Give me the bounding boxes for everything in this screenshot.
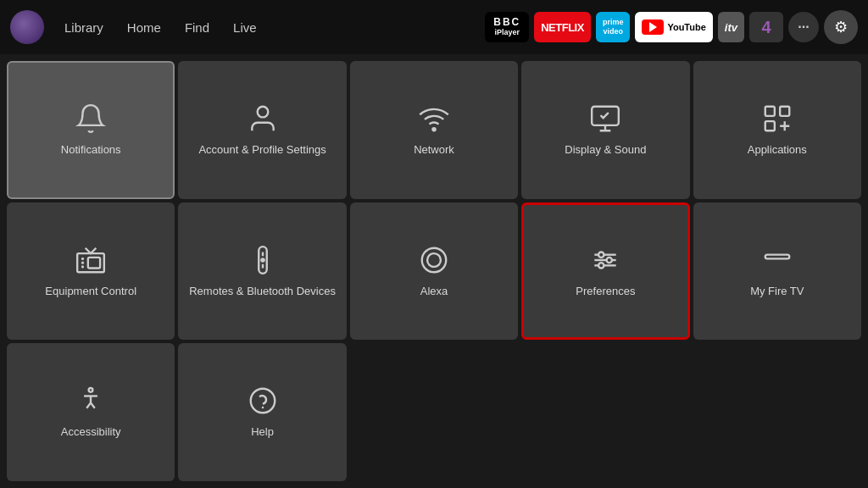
person-icon bbox=[247, 103, 279, 135]
empty-cell-r3c5 bbox=[693, 343, 861, 481]
svg-point-13 bbox=[261, 258, 264, 261]
my-fire-tv-label: My Fire TV bbox=[745, 285, 809, 299]
apps-icon bbox=[761, 103, 793, 135]
remote-icon bbox=[247, 244, 279, 276]
applications-label: Applications bbox=[743, 143, 812, 158]
svg-point-0 bbox=[257, 107, 268, 118]
svg-rect-5 bbox=[765, 121, 775, 130]
help-label: Help bbox=[246, 425, 279, 440]
svg-rect-4 bbox=[780, 107, 789, 116]
alexa-icon bbox=[418, 244, 450, 276]
help-icon bbox=[247, 385, 279, 417]
grid-item-preferences[interactable]: Preferences bbox=[521, 202, 689, 341]
grid-item-equipment-control[interactable]: Equipment Control bbox=[7, 202, 175, 341]
wifi-icon bbox=[418, 103, 450, 135]
svg-point-1 bbox=[432, 128, 435, 130]
display-icon bbox=[589, 103, 621, 135]
grid-item-remotes-bluetooth[interactable]: Remotes & Bluetooth Devices bbox=[178, 202, 346, 341]
nav-home[interactable]: Home bbox=[117, 15, 171, 40]
sliders-icon bbox=[589, 244, 621, 276]
app-itv[interactable]: itv bbox=[718, 12, 744, 42]
nav-live[interactable]: Live bbox=[223, 15, 267, 40]
remotes-bluetooth-label: Remotes & Bluetooth Devices bbox=[184, 285, 341, 299]
svg-point-22 bbox=[598, 263, 604, 268]
youtube-icon bbox=[642, 19, 664, 35]
equipment-control-label: Equipment Control bbox=[40, 285, 142, 299]
display-sound-label: Display & Sound bbox=[559, 143, 651, 158]
svg-point-21 bbox=[607, 257, 612, 262]
empty-cell-r3c4 bbox=[521, 343, 689, 481]
settings-button[interactable]: ⚙ bbox=[824, 10, 858, 44]
avatar[interactable] bbox=[10, 10, 44, 44]
accessibility-icon bbox=[75, 385, 107, 417]
account-profile-label: Account & Profile Settings bbox=[193, 143, 331, 158]
svg-rect-10 bbox=[88, 257, 100, 268]
app-netflix[interactable]: NETFLIX bbox=[534, 12, 591, 42]
grid-item-account-profile[interactable]: Account & Profile Settings bbox=[178, 61, 346, 199]
grid-item-network[interactable]: Network bbox=[350, 61, 518, 199]
grid-item-display-sound[interactable]: Display & Sound bbox=[521, 61, 689, 199]
svg-point-25 bbox=[250, 389, 275, 413]
app-channel4[interactable]: 4 bbox=[749, 12, 783, 42]
grid-item-my-fire-tv[interactable]: My Fire TV bbox=[693, 202, 861, 341]
notifications-label: Notifications bbox=[56, 143, 126, 158]
grid-item-accessibility[interactable]: Accessibility bbox=[7, 343, 175, 481]
svg-point-20 bbox=[598, 252, 604, 257]
settings-grid: Notifications Account & Profile Settings… bbox=[0, 54, 868, 488]
network-label: Network bbox=[409, 143, 459, 158]
firetv-icon bbox=[761, 244, 793, 276]
svg-point-26 bbox=[261, 407, 264, 409]
nav-library[interactable]: Library bbox=[54, 15, 114, 40]
app-icons: BBC iPlayer NETFLIX primevideo YouTube i… bbox=[485, 10, 858, 44]
alexa-label: Alexa bbox=[415, 285, 453, 299]
app-prime-video[interactable]: primevideo bbox=[596, 12, 631, 42]
bell-icon bbox=[75, 103, 107, 135]
svg-point-24 bbox=[89, 388, 93, 392]
tv-icon bbox=[75, 244, 107, 276]
app-youtube[interactable]: YouTube bbox=[635, 12, 712, 42]
grid-item-applications[interactable]: Applications bbox=[693, 61, 861, 199]
svg-point-16 bbox=[427, 253, 441, 267]
grid-item-notifications[interactable]: Notifications bbox=[7, 61, 175, 199]
app-bbc-iplayer[interactable]: BBC iPlayer bbox=[485, 12, 529, 42]
grid-item-alexa[interactable]: Alexa bbox=[350, 202, 518, 341]
svg-point-15 bbox=[422, 247, 447, 272]
empty-cell-r3c3 bbox=[350, 343, 518, 481]
app-more-button[interactable]: ··· bbox=[788, 12, 819, 42]
svg-rect-3 bbox=[765, 107, 775, 116]
youtube-label: YouTube bbox=[667, 22, 705, 32]
grid-item-help[interactable]: Help bbox=[178, 343, 346, 481]
nav-links: Library Home Find Live bbox=[54, 15, 267, 40]
svg-rect-23 bbox=[765, 254, 790, 258]
top-nav: Library Home Find Live BBC iPlayer NETFL… bbox=[0, 0, 868, 54]
preferences-label: Preferences bbox=[570, 285, 640, 299]
accessibility-label: Accessibility bbox=[56, 425, 126, 440]
nav-find[interactable]: Find bbox=[175, 15, 220, 40]
